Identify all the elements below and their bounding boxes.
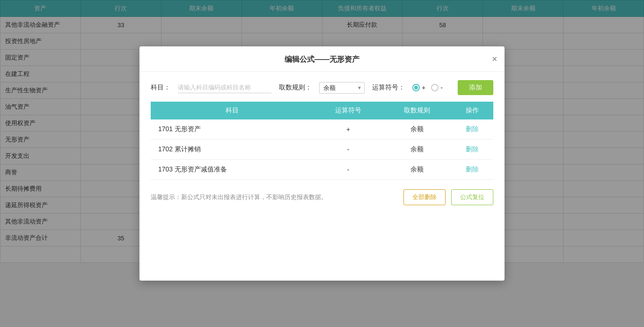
inner-table-row: 1701 无形资产+余额删除 — [151, 119, 493, 140]
modal-title: 编辑公式——无形资产 — [285, 55, 359, 63]
cell-subject: 1701 无形资产 — [151, 119, 314, 140]
modal-overlay: 编辑公式——无形资产 × 科目： 取数规则： 余额 借方发生额 贷方发生额 运算… — [0, 0, 644, 327]
close-button[interactable]: × — [492, 55, 497, 63]
cell-rule: 余额 — [382, 160, 451, 180]
inner-table-row: 1703 无形资产减值准备-余额删除 — [151, 160, 493, 180]
modal-header: 编辑公式——无形资产 × — [139, 46, 505, 72]
delete-row-button[interactable]: 删除 — [466, 125, 479, 133]
cell-action: 删除 — [451, 160, 493, 180]
rule-select-wrapper[interactable]: 余额 借方发生额 贷方发生额 — [319, 82, 365, 94]
delete-row-button[interactable]: 删除 — [466, 165, 479, 173]
radio-plus-label: + — [422, 84, 425, 91]
cell-operator: - — [314, 160, 383, 180]
inner-table-row: 1702 累计摊销-余额删除 — [151, 140, 493, 160]
delete-all-button[interactable]: 全部删除 — [403, 189, 446, 205]
add-button[interactable]: 添加 — [458, 80, 493, 95]
radio-minus[interactable]: - — [431, 84, 443, 91]
cell-action: 删除 — [451, 119, 493, 140]
modal-dialog: 编辑公式——无形资产 × 科目： 取数规则： 余额 借方发生额 贷方发生额 运算… — [139, 46, 505, 281]
inner-table: 科目 运算符号 取数规则 操作 1701 无形资产+余额删除1702 累计摊销-… — [151, 102, 493, 180]
inner-table-wrapper: 科目 运算符号 取数规则 操作 1701 无形资产+余额删除1702 累计摊销-… — [151, 102, 493, 180]
footer-buttons: 全部删除 公式复位 — [403, 189, 493, 205]
operator-label: 运算符号： — [372, 83, 405, 92]
radio-minus-circle — [431, 84, 439, 91]
delete-row-button[interactable]: 删除 — [466, 145, 479, 153]
radio-minus-label: - — [440, 84, 443, 91]
cell-subject: 1702 累计摊销 — [151, 140, 314, 160]
cell-operator: - — [314, 140, 383, 160]
subject-input[interactable] — [178, 82, 271, 93]
cell-rule: 余额 — [382, 140, 451, 160]
modal-footer: 温馨提示：新公式只对未出报表进行计算，不影响历史报表数据。 全部删除 公式复位 — [139, 180, 505, 205]
cell-action: 删除 — [451, 140, 493, 160]
rule-select[interactable]: 余额 借方发生额 贷方发生额 — [319, 82, 365, 94]
radio-plus-circle — [412, 84, 420, 91]
col-operator: 运算符号 — [314, 102, 383, 119]
col-subject: 科目 — [151, 102, 314, 119]
cell-subject: 1703 无形资产减值准备 — [151, 160, 314, 180]
operator-radio-group: + - — [412, 84, 443, 91]
rule-label: 取数规则： — [279, 83, 312, 92]
reset-formula-button[interactable]: 公式复位 — [451, 189, 493, 205]
form-row: 科目： 取数规则： 余额 借方发生额 贷方发生额 运算符号： + - — [139, 72, 505, 102]
col-rule: 取数规则 — [382, 102, 451, 119]
radio-plus[interactable]: + — [412, 84, 425, 91]
col-action: 操作 — [451, 102, 493, 119]
cell-rule: 余额 — [382, 119, 451, 140]
subject-label: 科目： — [151, 83, 170, 92]
footer-tip: 温馨提示：新公式只对未出报表进行计算，不影响历史报表数据。 — [151, 193, 327, 201]
cell-operator: + — [314, 119, 383, 140]
